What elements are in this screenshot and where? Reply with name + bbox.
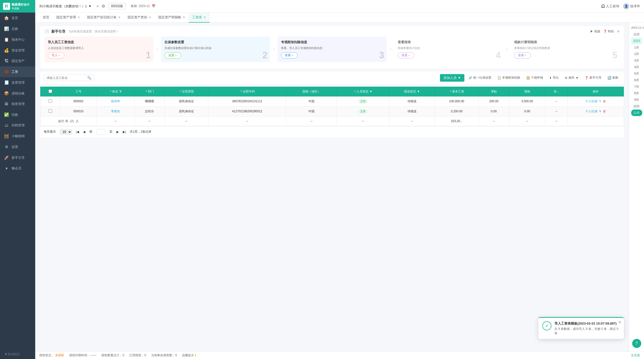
ai-consult-btn[interactable]: 🎧 人工咨询 <box>601 4 619 9</box>
sidebar-item-invoice[interactable]: 🧾 发票管理 <box>0 77 35 88</box>
social-insurance-btn[interactable]: 🔗 统一社保设置 <box>466 75 493 81</box>
month-item[interactable]: 1月 <box>631 44 642 51</box>
sidebar-item-fund[interactable]: 💰 资金管理 <box>0 45 35 56</box>
tab-asset-detail-close[interactable]: ✕ <box>183 16 185 19</box>
member-icon: ♦ <box>4 166 9 171</box>
tab-salary[interactable]: 工资表 ✕ <box>189 13 210 23</box>
month-item[interactable]: 4月 <box>631 64 642 70</box>
col-name: ＊姓名 ⇅ <box>97 87 134 96</box>
sidebar-item-ledger[interactable]: 📊 总账 <box>0 23 35 34</box>
step-5-btn[interactable]: 查看＞ <box>514 52 531 59</box>
month-item[interactable]: 9月 <box>631 96 642 103</box>
sidebar-item-guide[interactable]: 🚀 新手引导 <box>0 152 35 163</box>
row-checkbox[interactable] <box>41 96 60 106</box>
personal-insurance-link[interactable]: 个人社保 <box>585 99 597 104</box>
search-input[interactable] <box>47 76 86 80</box>
step-4-btn[interactable]: 查看＞ <box>398 52 414 59</box>
per-page-select[interactable]: 10 20 50 <box>60 129 72 135</box>
col-checkbox[interactable] <box>41 87 60 96</box>
row-checkbox[interactable] <box>41 106 60 116</box>
step-1-btn[interactable]: 导入＞ <box>48 52 64 59</box>
page-first-icon[interactable]: |◀ <box>76 130 79 134</box>
operation-btn[interactable]: ⚙ 操作 ▼ <box>563 75 581 81</box>
sidebar-item-settle[interactable]: ✅ 结账 <box>0 109 35 120</box>
tab-fixed-assets-close[interactable]: ✕ <box>77 16 80 19</box>
sidebar-item-settings[interactable]: ⚙ 设置 <box>0 141 35 152</box>
sidebar-item-tax[interactable]: 🏛 税务管理 <box>0 99 35 109</box>
guide-video-link[interactable]: ▶ 视频 <box>590 29 600 34</box>
step-3-btn[interactable]: 查看＞ <box>281 52 298 59</box>
month-item[interactable]: 2023 <box>631 38 642 44</box>
help-circle-icon[interactable]: ? <box>632 339 641 348</box>
month-item[interactable]: 11月 <box>631 110 642 116</box>
sidebar-item-archive[interactable]: 🗂 归档管理 <box>0 120 35 131</box>
guide-help-link[interactable]: ❓ 帮助 <box>603 29 614 34</box>
switch-version-btn[interactable]: 切到旧版 <box>108 3 126 9</box>
special-deduction-btn[interactable]: 📋 专项附加扣除 <box>495 75 522 81</box>
toast-title: 导入工资表模板(2023-03-23 15:07:59.897) <box>554 321 620 326</box>
sidebar-item-fixed-asset[interactable]: 🏗 固定资产 <box>0 56 35 66</box>
footer-total: 合计 共（2）人 <box>41 116 97 126</box>
tab-asset-detail[interactable]: 固定资产明细账 ✕ <box>155 13 189 23</box>
month-item[interactable]: 2月 <box>631 51 642 57</box>
tab-fixed-assets[interactable]: 固定资产管理 ✕ <box>53 13 84 23</box>
tax-report-btn[interactable]: 🧮 个税申报 <box>524 75 545 81</box>
account-dropdown-icon[interactable]: ▼ <box>88 4 92 8</box>
tab-asset-category-close[interactable]: ✕ <box>149 16 151 19</box>
search-icon[interactable]: 🔍 <box>87 76 91 80</box>
edit-icon[interactable]: ✎ <box>599 99 601 103</box>
toast-close-btn[interactable]: ✕ <box>618 320 621 325</box>
sidebar-item-salary[interactable]: 💼 工资 <box>0 66 35 77</box>
tab-depreciation[interactable]: 固定资产折旧统计表 ✕ <box>84 13 124 23</box>
app-logo: 好 畅捷通好会计 专业版 <box>0 0 35 13</box>
page-next-icon[interactable]: ▶ <box>116 130 119 134</box>
row-id-type: 居民身份证 <box>165 106 208 116</box>
settings-icon[interactable]: ⚙ <box>102 4 105 9</box>
page-prev-icon[interactable]: ◀ <box>83 130 85 134</box>
select-all-checkbox[interactable] <box>49 89 52 93</box>
sidebar-item-sales[interactable]: 📦 进销台账 <box>0 88 35 99</box>
refresh-btn[interactable]: 🔄 刷新 <box>606 75 620 81</box>
tab-asset-category[interactable]: 固定资产类别 ✕ <box>124 13 155 23</box>
month-item[interactable]: 5月 <box>631 70 642 77</box>
delete-icon[interactable]: 🗑 <box>603 99 606 103</box>
sidebar-item-expense[interactable]: 🧮 小畅报销 <box>0 131 35 141</box>
sidebar-item-report[interactable]: 📋 报表中心 <box>0 34 35 45</box>
row-select-checkbox[interactable] <box>49 99 52 103</box>
export-btn[interactable]: ⬇ 导出 <box>547 75 561 81</box>
page-last-icon[interactable]: ▶| <box>123 130 126 134</box>
sidebar-item-home[interactable]: 🏠 首页 <box>0 13 35 23</box>
calendar-icon[interactable]: 📅 <box>152 4 155 8</box>
tab-home[interactable]: 首页 <box>39 13 53 23</box>
guide-close-icon[interactable]: ✕ <box>617 29 620 34</box>
month-item[interactable]: 12月 <box>631 31 642 38</box>
row-send-status: 待报送 <box>389 96 435 106</box>
month-item[interactable]: 3月 <box>631 57 642 64</box>
unpin-btn[interactable]: ◀ 取消固定 <box>0 350 35 359</box>
month-item[interactable]: 7月 <box>631 83 642 90</box>
ledger-icon: 📊 <box>4 26 9 31</box>
tab-salary-close[interactable]: ✕ <box>204 16 206 19</box>
row-name[interactable]: 李俊杰 <box>97 106 134 116</box>
month-item[interactable]: 6月 <box>631 77 642 83</box>
row-select-checkbox[interactable] <box>49 109 52 113</box>
edit-icon[interactable]: ✎ <box>599 110 601 113</box>
guide-btn[interactable]: ❓ 新手引导 <box>583 75 603 81</box>
sidebar-item-member[interactable]: ♦ 畅会员 <box>0 163 35 174</box>
step-2-btn[interactable]: 设置＞ <box>165 52 181 59</box>
panel-collapse-btn[interactable]: ≫ <box>641 26 644 30</box>
personal-insurance-link[interactable]: 个人社保 <box>585 109 597 114</box>
add-employee-btn[interactable]: 添加人员 ▼ <box>440 74 464 82</box>
month-item[interactable]: 8月 <box>631 90 642 96</box>
row-name[interactable]: 徐泽华 <box>97 96 134 106</box>
page-input[interactable]: 1 <box>96 129 105 135</box>
user-profile[interactable]: 👤 徐泽华 <box>623 3 640 9</box>
row-id-type: 居民身份证 <box>165 96 208 106</box>
add-account-icon[interactable]: ＋ <box>96 4 100 9</box>
tab-depreciation-close[interactable]: ✕ <box>118 16 120 19</box>
delete-icon[interactable]: 🗑 <box>603 110 606 113</box>
recharge-link[interactable]: 去充值 <box>631 353 640 357</box>
panel-footer-icons: ? <box>630 337 643 351</box>
month-item[interactable]: 10月 <box>631 103 642 110</box>
account-selector[interactable]: 刘小艳演示账套（勿删勿动！）1 ▼ <box>39 4 92 9</box>
